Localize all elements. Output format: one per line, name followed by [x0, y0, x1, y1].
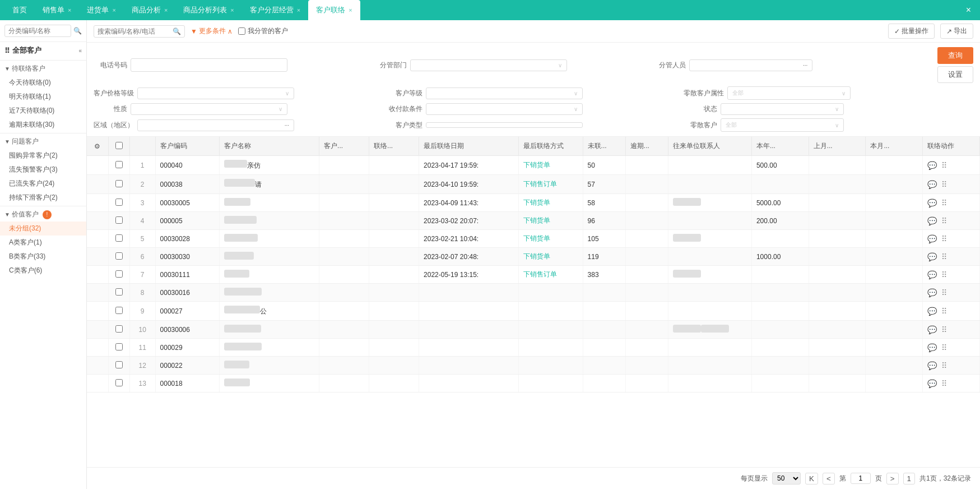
export-button[interactable]: ↗ 导出	[940, 24, 973, 39]
close-contact-icon[interactable]: ×	[349, 7, 352, 13]
last-method-link[interactable]: 下销货单	[523, 199, 550, 206]
row-checkbox[interactable]	[115, 161, 123, 168]
batch-op-button[interactable]: ✓ 批量操作	[888, 24, 935, 39]
grid-action-icon[interactable]: ⠿	[941, 307, 947, 316]
nav-purchase[interactable]: 进货单 ×	[79, 0, 123, 20]
th-partner[interactable]: 往来单位联系人	[668, 137, 752, 156]
sidebar-all-customers-header[interactable]: ⠿ 全部客户 «	[0, 42, 86, 59]
row-checkbox[interactable]	[115, 234, 123, 242]
row-checkbox[interactable]	[115, 361, 123, 368]
sidebar-item-overdue-pending[interactable]: 逾期未联络(30)	[0, 118, 86, 132]
sidebar-item-classA[interactable]: A类客户(1)	[0, 236, 86, 250]
sidebar-search-icon[interactable]: 🔍	[73, 27, 82, 35]
sidebar-item-churn-warning[interactable]: 流失预警客户(3)	[0, 163, 86, 177]
page-number-input[interactable]	[851, 473, 871, 484]
row-checkbox[interactable]	[115, 379, 123, 386]
next-page-button[interactable]: >	[886, 473, 899, 485]
grid-action-icon[interactable]: ⠿	[941, 379, 947, 388]
sidebar-group-problem[interactable]: ▼ 问题客户	[0, 135, 86, 149]
per-page-select[interactable]: 50 100	[772, 472, 801, 485]
select-all-checkbox[interactable]	[115, 142, 123, 149]
th-last-method[interactable]: 最后联络方式	[519, 137, 583, 156]
nav-customer-segmentation[interactable]: 客户分层经营 ×	[242, 0, 308, 20]
row-checkbox[interactable]	[115, 199, 123, 206]
last-method-link[interactable]: 下销售订单	[523, 270, 557, 278]
grid-action-icon[interactable]: ⠿	[941, 343, 947, 352]
th-code[interactable]: 客户编码	[155, 137, 219, 156]
close-analysis-icon[interactable]: ×	[164, 7, 168, 13]
message-icon[interactable]: 💬	[927, 361, 937, 370]
row-checkbox[interactable]	[115, 325, 123, 333]
manager-select[interactable]: ···	[689, 59, 812, 71]
th-name[interactable]: 客户名称	[220, 137, 319, 156]
grid-action-icon[interactable]: ⠿	[941, 288, 947, 297]
nav-analysis-list[interactable]: 商品分析列表 ×	[175, 0, 241, 20]
nav-home[interactable]: 首页	[4, 0, 35, 20]
message-icon[interactable]: 💬	[927, 325, 937, 334]
th-settings[interactable]: ⚙	[87, 137, 108, 156]
sidebar-item-classC[interactable]: C类客户(6)	[0, 264, 86, 278]
grid-action-icon[interactable]: ⠿	[941, 216, 947, 225]
message-icon[interactable]: 💬	[927, 252, 937, 261]
sidebar-group-pending[interactable]: ▼ 待联络客户	[0, 62, 86, 76]
grid-action-icon[interactable]: ⠿	[941, 234, 947, 243]
message-icon[interactable]: 💬	[927, 343, 937, 352]
row-checkbox[interactable]	[115, 288, 123, 296]
filter-more-conditions[interactable]: ▼ 更多条件 ∧	[191, 26, 233, 36]
grid-action-icon[interactable]: ⠿	[941, 252, 947, 261]
my-customers-checkbox[interactable]	[238, 27, 245, 35]
prev-page-button[interactable]: <	[823, 473, 835, 485]
sidebar-item-tomorrow-pending[interactable]: 明天待联络(1)	[0, 90, 86, 104]
grid-action-icon[interactable]: ⠿	[941, 180, 947, 189]
sidebar-item-churned[interactable]: 已流失客户(24)	[0, 177, 86, 191]
grid-action-icon[interactable]: ⠿	[941, 361, 947, 370]
nav-analysis[interactable]: 商品分析 ×	[124, 0, 175, 20]
th-this-year[interactable]: 本年...	[751, 137, 809, 156]
message-icon[interactable]: 💬	[927, 180, 937, 189]
last-method-link[interactable]: 下销售订单	[523, 180, 557, 188]
customer-level-select[interactable]: ∨	[426, 87, 583, 99]
th-overdue[interactable]: 逾期...	[625, 137, 668, 156]
row-checkbox[interactable]	[115, 343, 123, 350]
sidebar-item-declining[interactable]: 持续下滑客户(2)	[0, 191, 86, 205]
row-checkbox[interactable]	[115, 252, 123, 260]
sidebar-item-ungrouped[interactable]: 未分组(32)	[0, 222, 86, 236]
message-icon[interactable]: 💬	[927, 199, 937, 207]
last-method-link[interactable]: 下销货单	[523, 161, 550, 169]
price-level-select[interactable]: ∨	[137, 87, 294, 99]
sidebar-group-value[interactable]: ▼ 价值客户 !	[0, 207, 86, 222]
sidebar-item-today-pending[interactable]: 今天待联络(0)	[0, 76, 86, 90]
th-this-month[interactable]: 本月...	[866, 137, 923, 156]
retail-customer-select[interactable]: 全部∨	[721, 118, 844, 132]
message-icon[interactable]: 💬	[927, 288, 937, 297]
close-analysis-list-icon[interactable]: ×	[230, 7, 234, 13]
reset-button[interactable]: 设置	[937, 66, 973, 83]
row-checkbox[interactable]	[115, 307, 123, 314]
close-purchase-icon[interactable]: ×	[112, 7, 115, 13]
close-segmentation-icon[interactable]: ×	[297, 7, 300, 13]
grid-action-icon[interactable]: ⠿	[941, 199, 947, 207]
message-icon[interactable]: 💬	[927, 234, 937, 243]
payment-select[interactable]: ∨	[426, 103, 583, 115]
th-last-date[interactable]: 最后联络日期	[419, 137, 519, 156]
message-icon[interactable]: 💬	[927, 307, 937, 316]
area-select[interactable]: ···	[137, 119, 294, 131]
status-select[interactable]: ∨	[721, 103, 844, 115]
last-page-button[interactable]: 1	[903, 473, 915, 485]
grid-action-icon[interactable]: ⠿	[941, 161, 947, 170]
sidebar-search-input[interactable]	[4, 25, 71, 37]
th-type[interactable]: 客户...	[319, 137, 369, 156]
message-icon[interactable]: 💬	[927, 216, 937, 225]
row-checkbox[interactable]	[115, 216, 123, 224]
grid-action-icon[interactable]: ⠿	[941, 270, 947, 279]
nav-sales[interactable]: 销售单 ×	[35, 0, 79, 20]
dept-select[interactable]: ∨	[410, 59, 567, 71]
query-button[interactable]: 查询	[937, 47, 973, 64]
nav-customer-contact[interactable]: 客户联络 ×	[308, 0, 360, 20]
message-icon[interactable]: 💬	[927, 270, 937, 279]
gender-select[interactable]: ∨	[131, 103, 287, 115]
th-contact[interactable]: 联络...	[369, 137, 419, 156]
last-method-link[interactable]: 下销货单	[523, 252, 550, 260]
window-close-button[interactable]: ×	[962, 5, 976, 15]
th-uncontact[interactable]: 未联...	[583, 137, 625, 156]
